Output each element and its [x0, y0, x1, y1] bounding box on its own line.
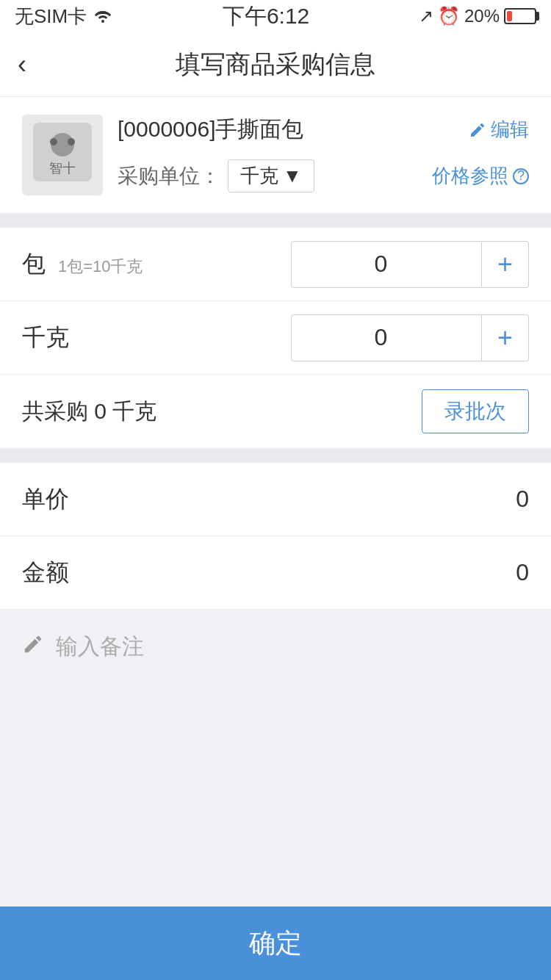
status-signal: 无SIM卡 [15, 4, 113, 29]
unit-price-value: 0 [516, 486, 529, 513]
info-icon: ? [513, 168, 529, 184]
pencil-icon [22, 633, 44, 660]
status-bar: 无SIM卡 下午6:12 ↗ ⏰ 20% [0, 0, 551, 32]
product-logo: 智十 [33, 123, 92, 187]
kg-input-row: 千克 + [0, 301, 551, 375]
bao-number-box: + [291, 241, 529, 288]
alarm-icon: ⏰ [438, 6, 460, 26]
svg-point-3 [68, 138, 75, 145]
back-button[interactable]: ‹ [18, 49, 26, 80]
summary-text: 共采购 0 千克 [22, 397, 156, 427]
product-info: [0000006]手撕面包 编辑 采购单位： 千克 ▼ 价格参照 ? [118, 115, 529, 192]
unit-value: 千克 [240, 163, 278, 189]
page-title: 填写商品采购信息 [176, 48, 375, 82]
batch-button[interactable]: 录批次 [422, 389, 529, 433]
unit-price-label: 单价 [22, 483, 69, 516]
remark-input[interactable]: 输入备注 [56, 632, 144, 662]
chevron-down-icon: ▼ [283, 165, 302, 187]
no-sim-text: 无SIM卡 [15, 4, 87, 29]
bao-input[interactable] [291, 241, 482, 288]
wifi-icon [93, 5, 113, 28]
section-divider-2 [0, 448, 551, 463]
battery-percentage: 20% [464, 6, 500, 26]
price-ref-label: 价格参照 [432, 163, 508, 189]
bao-input-section: 包 1包=10千克 + [0, 228, 551, 301]
section-divider-1 [0, 213, 551, 228]
kg-plus-button[interactable]: + [482, 314, 529, 361]
content-filler [0, 684, 551, 904]
price-ref-button[interactable]: 价格参照 ? [432, 163, 529, 189]
bao-sublabel: 1包=10千克 [58, 257, 143, 275]
svg-point-2 [50, 138, 57, 145]
unit-label: 采购单位： [118, 162, 220, 190]
kg-label: 千克 [22, 322, 291, 354]
amount-row: 金额 0 [0, 536, 551, 610]
unit-price-row: 单价 0 [0, 463, 551, 536]
bao-label: 包 1包=10千克 [22, 248, 291, 281]
remark-section[interactable]: 输入备注 [0, 610, 551, 684]
amount-value: 0 [516, 559, 529, 586]
status-indicators: ↗ ⏰ 20% [419, 6, 536, 26]
location-icon: ↗ [419, 6, 433, 26]
product-image: 智十 [22, 115, 103, 195]
status-time: 下午6:12 [223, 1, 309, 32]
product-name-row: [0000006]手撕面包 编辑 [118, 115, 529, 145]
purchase-unit-row: 采购单位： 千克 ▼ 价格参照 ? [118, 159, 529, 192]
battery-icon [504, 8, 536, 24]
bao-plus-button[interactable]: + [482, 241, 529, 288]
confirm-label: 确定 [249, 926, 302, 962]
price-section: 单价 0 金额 0 [0, 463, 551, 610]
amount-label: 金额 [22, 557, 69, 589]
edit-label: 编辑 [491, 117, 529, 143]
unit-select[interactable]: 千克 ▼ [228, 159, 314, 192]
edit-button[interactable]: 编辑 [469, 117, 529, 143]
summary-row: 共采购 0 千克 录批次 [0, 375, 551, 448]
bao-input-row: 包 1包=10千克 + [0, 228, 551, 301]
kg-number-box: + [291, 314, 529, 361]
product-name: [0000006]手撕面包 [118, 115, 303, 145]
kg-input-section: 千克 + [0, 301, 551, 375]
confirm-bar[interactable]: 确定 [0, 907, 551, 980]
product-card: 智十 [0000006]手撕面包 编辑 采购单位： 千克 ▼ 价格参照 ? [0, 97, 551, 213]
svg-text:智十: 智十 [49, 161, 76, 176]
nav-bar: ‹ 填写商品采购信息 [0, 32, 551, 97]
kg-input[interactable] [291, 314, 482, 361]
